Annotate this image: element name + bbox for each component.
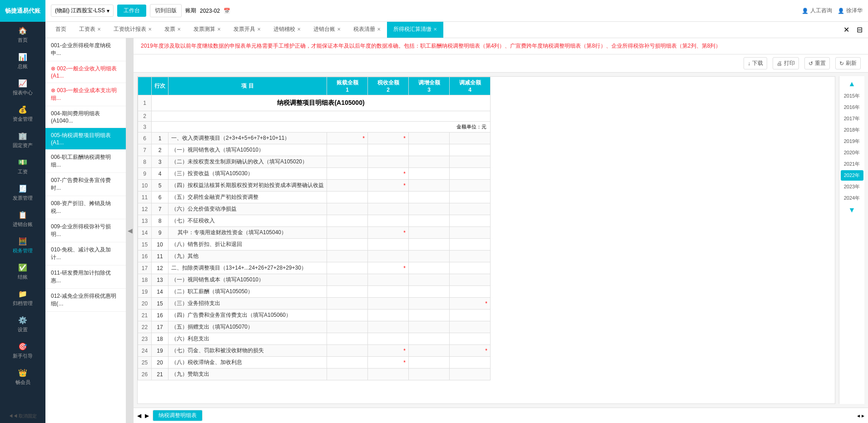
download-button[interactable]: ↓ 下载 [744, 57, 767, 69]
table-row: 18 13 （一）视同销售成本（填写A105010） [138, 274, 491, 286]
spreadsheet-container[interactable]: 行次 项 目 账载全额1 税收全额2 调增全额3 调减全额4 1 纳税调整项目明… [137, 76, 835, 404]
year-2017[interactable]: 2017年 [841, 113, 863, 124]
left-panel-item-010[interactable]: 010-免税、减计收入及加计... [45, 242, 126, 266]
left-panel-item-009[interactable]: 009-企业所得税弥补亏损明... [45, 219, 126, 242]
table-unit-row: 3 金额单位：元 [138, 122, 491, 133]
sheet-tab[interactable]: 纳税调整明细表 [153, 410, 203, 421]
table-row: 13 8 （七）不征税收入 [138, 215, 491, 227]
sidebar-item-invoice-mgmt[interactable]: 🧾 发票管理 [0, 180, 45, 206]
sidebar-label-ledger: 总账 [18, 63, 28, 70]
workspace-button[interactable]: 工作台 [117, 5, 146, 17]
tab-invoice-issue[interactable]: 发票开具 ✕ [227, 22, 267, 38]
year-2015[interactable]: 2015年 [841, 91, 863, 101]
assets-icon: 🏢 [18, 132, 27, 140]
tab-sales-check[interactable]: 进销稽校 ✕ [267, 22, 307, 38]
sidebar-item-guide[interactable]: 🎯 新手引导 [0, 338, 45, 364]
scroll-right-icon[interactable]: ▸ [862, 413, 864, 419]
year-2021[interactable]: 2021年 [841, 159, 863, 169]
left-panel-item-007[interactable]: 007-广告费和业务宣传费时... [45, 173, 126, 196]
table-row: 22 17 （五）捐赠支出（填写A105070） [138, 321, 491, 333]
close-accounts-icon: ✅ [18, 263, 27, 272]
tab-home[interactable]: 首页 [49, 22, 73, 38]
unpin-btn[interactable]: ◀◀ 取消固定 [0, 409, 45, 423]
table-row: 7 2 （一）视同销售收入（填写A105010） [138, 144, 491, 156]
table-toolbar: ↓ 下载 🖨 打印 ↺ 重置 ↻ 刷新 [134, 54, 868, 73]
content-area: 001-企业所得税年度纳税申... ⊗ 002-一般企业收入明细表(A1... … [45, 38, 868, 423]
left-panel-item-002[interactable]: ⊗ 002-一般企业收入明细表(A1... [45, 61, 126, 83]
left-panel-item-001[interactable]: 001-企业所得税年度纳税申... [45, 38, 126, 61]
tab-invoice[interactable]: 发票 ✕ [158, 22, 187, 38]
left-panel-item-008[interactable]: 008-资产折旧、摊销及纳税... [45, 196, 126, 219]
scroll-indicators: ◂ ▸ [857, 413, 864, 419]
sidebar-item-sales-ledger[interactable]: 📋 进销台账 [0, 206, 45, 232]
close-icon[interactable]: ✕ [177, 27, 181, 32]
tab-sales-ledger[interactable]: 进销台账 ✕ [307, 22, 347, 38]
close-icon[interactable]: ✕ [337, 27, 341, 32]
col-header-rownum [138, 77, 152, 95]
left-panel-item-012[interactable]: 012-减免企业所得税优惠明细(… [45, 289, 126, 312]
reset-label: 重置 [815, 59, 826, 67]
sidebar-item-reports[interactable]: 📈 报表中心 [0, 74, 45, 101]
close-icon[interactable]: ✕ [148, 27, 152, 32]
reset-button[interactable]: ↺ 重置 [804, 57, 830, 69]
year-down-arrow[interactable]: ▼ [847, 204, 858, 216]
year-2023[interactable]: 2023年 [841, 182, 863, 192]
scroll-left-icon[interactable]: ◂ [857, 413, 860, 419]
back-button[interactable]: 切到旧版 [150, 4, 182, 17]
left-panel: 001-企业所得税年度纳税申... ⊗ 002-一般企业收入明细表(A1... … [45, 38, 126, 423]
table-wrapper: 行次 项 目 账载全额1 税收全额2 调增全额3 调减全额4 1 纳税调整项目明… [134, 73, 868, 408]
left-panel-item-011[interactable]: 011-研发费用加计扣除优惠... [45, 266, 126, 289]
left-panel-item-006[interactable]: 006-职工薪酬纳税调整明细... [45, 150, 126, 173]
year-2018[interactable]: 2018年 [841, 125, 863, 135]
settings-icon: ⚙️ [18, 316, 27, 325]
nav-right-icon[interactable]: ▶ [145, 413, 149, 419]
sidebar-item-member[interactable]: 👑 畅会员 [0, 364, 45, 390]
close-icon[interactable]: ✕ [97, 27, 101, 32]
tab-income-tax[interactable]: 所得税汇算清缴 ✕ [387, 22, 443, 38]
year-2019[interactable]: 2019年 [841, 136, 863, 147]
year-2022[interactable]: 2022年 [841, 170, 863, 181]
sidebar-item-settings[interactable]: ⚙️ 设置 [0, 311, 45, 338]
close-icon[interactable]: ✕ [257, 27, 261, 32]
sidebar-item-archive[interactable]: 📁 归档管理 [0, 285, 45, 311]
consult-btn[interactable]: 👤 人工咨询 [802, 7, 832, 15]
calendar-icon[interactable]: 📅 [223, 8, 230, 14]
table-row: 12 7 （六）公允价值变动净损益 [138, 203, 491, 215]
close-icon[interactable]: ✕ [377, 27, 381, 32]
year-2020[interactable]: 2020年 [841, 148, 863, 158]
sidebar-label-settings: 设置 [18, 326, 28, 333]
sidebar-item-tax-mgmt[interactable]: 🧮 税务管理 [0, 232, 45, 259]
warning-text: 2019年度涉及取以前年度继续数据的申报表单元格需要手工维护正确，才能保证本年及… [141, 43, 721, 49]
print-button[interactable]: 🖨 打印 [773, 57, 799, 69]
close-icon-active[interactable]: ✕ [433, 27, 437, 32]
tab-payroll[interactable]: 工资表 ✕ [73, 22, 107, 38]
sidebar-item-assets[interactable]: 🏢 固定资产 [0, 127, 45, 153]
tab-tax-form[interactable]: 税表清册 ✕ [347, 22, 387, 38]
sidebar-item-funds[interactable]: 💰 资金管理 [0, 101, 45, 127]
left-panel-item-003[interactable]: ⊗ 003-一般企业成本支出明细... [45, 83, 126, 106]
table-row: 25 20 （八）税收滞纳金、加收利息 * [138, 357, 491, 369]
refresh-button[interactable]: ↻ 刷新 [835, 57, 861, 69]
close-icon[interactable]: ✕ [297, 27, 301, 32]
col-header-item: 项 目 [169, 77, 327, 95]
close-icon[interactable]: ✕ [217, 27, 221, 32]
sidebar-item-payroll[interactable]: 💵 工资 [0, 153, 45, 180]
year-2024[interactable]: 2024年 [841, 193, 863, 203]
sidebar-item-ledger[interactable]: 📊 总账 [0, 48, 45, 74]
left-panel-item-004[interactable]: 004-期间费用明细表(A1040... [45, 106, 126, 128]
tab-payroll-stats[interactable]: 工资统计报表 ✕ [107, 22, 158, 38]
year-2016[interactable]: 2016年 [841, 102, 863, 113]
collapse-btn[interactable]: ◀ [126, 38, 134, 423]
user-info[interactable]: 👤 徐泽华 [838, 7, 863, 15]
left-panel-item-005[interactable]: 005-纳税调整项目明细表(A1... [45, 128, 126, 150]
sidebar-item-close-accounts[interactable]: ✅ 结账 [0, 259, 45, 285]
company-selector[interactable]: (物副) 江西股宝-LSS ▾ [51, 5, 114, 17]
window-min-btn[interactable]: ⊟ [855, 25, 864, 34]
sidebar-item-home[interactable]: 🏠 首页 [0, 22, 45, 48]
nav-left-icon[interactable]: ◀ [137, 413, 141, 419]
sidebar-label-home: 首页 [18, 37, 28, 44]
close-all-btn[interactable]: ✕ [840, 25, 853, 34]
tab-invoice-calc[interactable]: 发票测算 ✕ [187, 22, 227, 38]
sidebar-label-archive: 归档管理 [13, 300, 33, 307]
year-up-arrow[interactable]: ▲ [847, 78, 858, 90]
